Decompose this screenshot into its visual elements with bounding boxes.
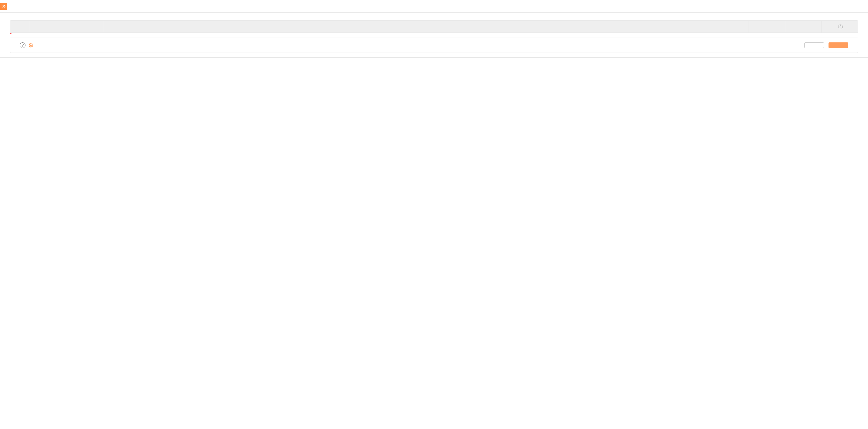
col-header-seq — [10, 21, 29, 32]
col-header-show — [749, 21, 785, 32]
help-icon[interactable]: ? — [838, 25, 843, 29]
save-button[interactable] — [829, 42, 848, 48]
footer-buttons — [804, 42, 848, 48]
field-table: ? — [10, 20, 858, 33]
col-header-display — [103, 21, 749, 32]
collapse-toggle[interactable] — [0, 3, 7, 10]
svg-point-0 — [30, 45, 32, 46]
footer-left: ? — [20, 42, 34, 48]
col-header-required — [785, 21, 822, 32]
table-header-row: ? — [10, 21, 858, 33]
annotation-highlight — [10, 33, 11, 34]
gear-icon — [29, 43, 33, 48]
sub-tabs — [0, 13, 868, 17]
header-bar — [0, 0, 868, 13]
manage-custom-fields-link[interactable] — [29, 43, 34, 48]
cancel-button[interactable] — [804, 42, 824, 48]
col-header-name — [29, 21, 103, 32]
footer-bar: ? — [10, 38, 858, 53]
chevron-right-double-icon — [2, 4, 6, 9]
col-header-readonly: ? — [822, 21, 858, 32]
help-icon[interactable]: ? — [20, 42, 26, 48]
